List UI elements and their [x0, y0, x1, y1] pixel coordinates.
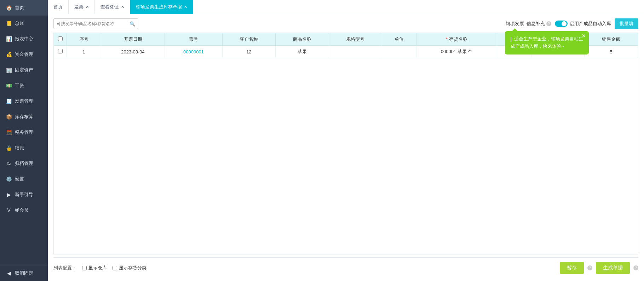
row-open-date: 2023-03-04 [101, 46, 165, 58]
sidebar-item-label: 设置 [15, 176, 24, 182]
sidebar-item-label: 库存核算 [15, 114, 33, 120]
tooltip-container: ✕ 适合生产型企业，销项发票自动生 成产成品入库，快来体验~ [555, 21, 568, 27]
tab-generate-close[interactable]: ✕ [184, 5, 187, 9]
tab-invoice-label: 发票 [74, 4, 84, 10]
show-warehouse-label[interactable]: 显示仓库 [82, 265, 107, 271]
header-open-date: 开票日期 [101, 33, 165, 46]
auto-warehouse-toggle[interactable] [555, 21, 568, 27]
show-warehouse-checkbox[interactable] [82, 266, 87, 270]
tooltip-close-icon[interactable]: ✕ [582, 33, 586, 38]
vip-icon: V [6, 207, 12, 213]
sidebar-item-reports[interactable]: 📊 报表中心 [0, 31, 48, 47]
row-ticket-no: 00000001 [165, 46, 223, 58]
bottom-bar: 列表配置： 显示仓库 显示存货分类 暂存 ? 生成单据 ? [53, 257, 638, 277]
row-inventory: 000001 苹果 个 [416, 46, 497, 58]
help-icon[interactable]: ? [546, 21, 551, 26]
save-button[interactable]: 暂存 [560, 262, 584, 274]
gear-icon: ⚙️ [6, 176, 12, 182]
row-seq: 1 [67, 46, 101, 58]
header-seq: 序号 [67, 33, 101, 46]
sidebar-item-label: 固定资产 [15, 67, 33, 73]
archive-icon: 🗂 [6, 161, 12, 166]
tab-voucher[interactable]: 查看凭证 ✕ [95, 0, 130, 14]
sidebar-bottom: ◀ 取消固定 [0, 265, 48, 281]
sidebar-item-settings[interactable]: ⚙️ 设置 [0, 171, 48, 187]
tab-generate-label: 销项发票生成库存单据 [136, 4, 182, 10]
sidebar-item-home[interactable]: 🏠 首页 [0, 0, 48, 16]
header-ticket-no: 票号 [165, 33, 223, 46]
header-customer: 客户名称 [222, 33, 275, 46]
save-help-icon[interactable]: ? [587, 265, 592, 270]
header-unit: 单位 [382, 33, 416, 46]
sidebar-item-ledger[interactable]: 📒 总账 [0, 16, 48, 31]
search-wrapper[interactable]: 🔍 [53, 18, 138, 29]
header-product: 商品名称 [276, 33, 329, 46]
inventory-icon: 📦 [6, 114, 12, 120]
sidebar-item-assets[interactable]: 🏢 固定资产 [0, 62, 48, 78]
sidebar-item-label: 报表中心 [15, 36, 33, 42]
sidebar-item-label: 税务管理 [15, 129, 33, 136]
close-accounts-icon: 🔒 [6, 145, 12, 151]
sidebar-item-inventory[interactable]: 📦 库存核算 [0, 109, 48, 125]
info-label: 销项发票_信息补充 ? [506, 21, 551, 27]
tab-home-label: 首页 [53, 4, 63, 10]
header-inventory: * 存货名称 [416, 33, 497, 46]
row-checkbox[interactable] [58, 49, 63, 53]
sidebar-item-vip[interactable]: V 畅会员 [0, 202, 48, 218]
toolbar-right: 销项发票_信息补充 ? ✕ 适合生产型企业，销项发票自动生 成产成品入库，快来体… [506, 18, 638, 29]
unpin-button[interactable]: ◀ 取消固定 [0, 265, 48, 281]
tax-icon: 🧮 [6, 130, 12, 135]
sidebar-item-label: 首页 [15, 5, 24, 11]
sidebar-item-label: 资金管理 [15, 51, 33, 58]
toggle-label: 启用产成品自动入库 [570, 21, 611, 27]
sidebar-item-label: 工资 [15, 82, 24, 89]
required-star: * [446, 36, 448, 42]
toolbar-row: 🔍 销项发票_信息补充 ? ✕ 适合生产型企业，销项发票自动生 [53, 18, 638, 29]
unpin-icon: ◀ [6, 270, 12, 276]
sidebar-item-tax[interactable]: 🧮 税务管理 [0, 125, 48, 140]
sidebar-item-funds[interactable]: 💰 资金管理 [0, 47, 48, 62]
tab-generate[interactable]: 销项发票生成库存单据 ✕ [130, 0, 193, 14]
show-category-checkbox[interactable] [113, 266, 117, 270]
search-icon[interactable]: 🔍 [130, 21, 135, 27]
sidebar-item-label: 畅会员 [15, 207, 29, 213]
ticket-no-link[interactable]: 00000001 [183, 49, 204, 55]
ledger-icon: 📒 [6, 21, 12, 26]
assets-icon: 🏢 [6, 67, 12, 73]
reports-icon: 📊 [6, 36, 12, 42]
select-all-checkbox[interactable] [58, 36, 63, 41]
row-unit [382, 46, 416, 58]
tab-home[interactable]: 首页 [48, 0, 69, 14]
tab-invoice-close[interactable]: ✕ [86, 5, 89, 9]
tab-voucher-close[interactable]: ✕ [121, 5, 124, 9]
tab-bar: 首页 发票 ✕ 查看凭证 ✕ 销项发票生成库存单据 ✕ [48, 0, 644, 14]
search-input[interactable] [57, 21, 130, 26]
generate-help-icon[interactable]: ? [633, 265, 638, 270]
row-product: 苹果 [276, 46, 329, 58]
page-body: 🔍 销项发票_信息补充 ? ✕ 适合生产型企业，销项发票自动生 [48, 14, 644, 281]
row-spec [329, 46, 382, 58]
row-customer: 12 [222, 46, 275, 58]
sidebar: 🏠 首页 📒 总账 📊 报表中心 💰 资金管理 🏢 固定资产 💵 工资 🧾 发票… [0, 0, 48, 281]
payroll-icon: 💵 [6, 83, 12, 88]
sidebar-item-archive[interactable]: 🗂 归档管理 [0, 156, 48, 171]
sidebar-item-label: 新手引导 [15, 191, 33, 198]
sidebar-item-payroll[interactable]: 💵 工资 [0, 78, 48, 93]
row-checkbox-cell [54, 46, 67, 58]
main-content: 首页 发票 ✕ 查看凭证 ✕ 销项发票生成库存单据 ✕ 🔍 销项发票_信息补充 [48, 0, 644, 281]
tooltip-text: 适合生产型企业，销项发票自动生 成产成品入库，快来体验~ [511, 36, 583, 49]
batch-fill-button[interactable]: 批量填 [615, 18, 638, 29]
unpin-label: 取消固定 [15, 270, 33, 276]
sidebar-item-label: 总账 [15, 20, 24, 27]
header-amount: 销售金额 [585, 33, 638, 46]
sidebar-item-label: 发票管理 [15, 98, 33, 104]
sidebar-item-invoice[interactable]: 🧾 发票管理 [0, 93, 48, 109]
sidebar-item-guide[interactable]: ▶ 新手引导 [0, 187, 48, 202]
show-category-label[interactable]: 显示存货分类 [113, 265, 146, 271]
sidebar-item-close[interactable]: 🔒 结账 [0, 140, 48, 156]
tab-voucher-label: 查看凭证 [100, 4, 119, 10]
generate-button[interactable]: 生成单据 [596, 262, 630, 274]
tab-invoice[interactable]: 发票 ✕ [69, 0, 95, 14]
sidebar-item-label: 结账 [15, 145, 24, 151]
bottom-actions: 暂存 ? 生成单据 ? [560, 262, 638, 274]
